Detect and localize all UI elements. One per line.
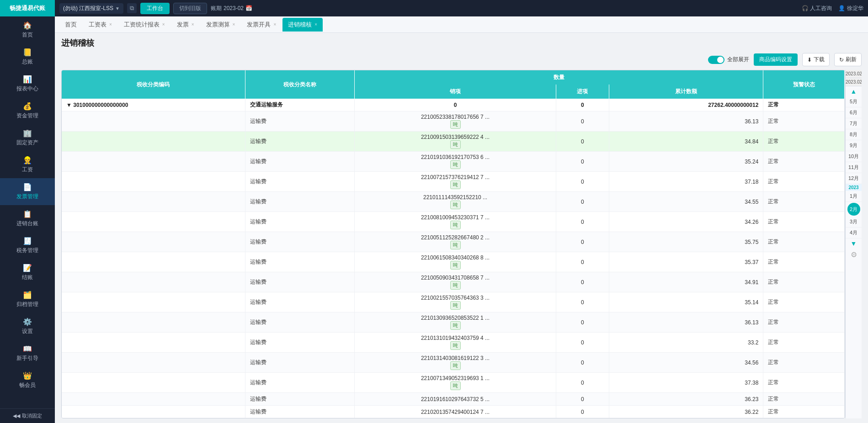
sidebar-item-tax[interactable]: 🧾 税务管理 [0,232,55,259]
content-area: 进销稽核 全部展开 商品编码设置 ⬇ 下载 ↻ 刷新 [55,33,868,423]
tab-close-icon[interactable]: × [314,22,317,27]
user-menu[interactable]: 👤 徐淀华 [838,5,863,12]
cell-code [62,111,245,132]
sidebar-item-invoice[interactable]: 📄 发票管理 [0,178,55,205]
cell-cumulative: 36.13 [609,111,763,132]
table-row: ▼ 301000000000000000 交通运输服务 0 0 27262.40… [62,99,845,111]
tab-home-label: 首页 [65,21,77,29]
company-selector[interactable]: (勿动) 江西报室-LSS ▼ [59,3,123,14]
download-button[interactable]: ⬇ 下载 [802,53,830,66]
topbar: (勿动) 江西报室-LSS ▼ ⧉ 工作台 切到旧版 账期 2023-02 📅 … [55,0,868,16]
calendar-month-12[interactable]: 12月 [846,173,862,184]
period-display: 账期 2023-02 📅 [211,5,252,12]
sidebar-item-assets[interactable]: 🏢 固定资产 [0,124,55,151]
calendar-year-label: 2023 [846,184,862,191]
topbar-right: 🎧 人工咨询 👤 徐淀华 [802,5,863,12]
sidebar-label-closing: 结账 [22,274,33,281]
period-value: 2023-02 [224,5,244,11]
support-label: 人工咨询 [810,5,832,11]
calendar-month-5[interactable]: 5月 [846,96,862,107]
cell-tax-id: 2210091503139659222 4 ...吨 [355,132,556,152]
tab-home[interactable]: 首页 [59,18,82,32]
col-sale: 销项 [355,85,556,99]
cell-sale: 0 [556,132,609,152]
calendar-down-arrow[interactable]: ▼ [849,238,858,249]
calendar-month-9[interactable]: 9月 [846,140,862,151]
tab-sales-audit-label: 进销稽核 [288,21,312,29]
tab-invoice-issue[interactable]: 发票开具 × [241,18,282,32]
tab-close-icon[interactable]: × [109,22,112,27]
settings-icon: ⚙️ [23,317,32,326]
sidebar-label-invoice: 发票管理 [16,193,38,201]
refresh-button[interactable]: ↻ 刷新 [834,53,862,66]
sidebar-bottom: ◀◀ 取消固定 [0,408,55,423]
cell-name: 运输费 [245,132,354,152]
home-icon: 🏠 [23,21,32,30]
unpin-label: 取消固定 [22,412,42,419]
calendar-up-arrow[interactable]: ▲ [849,86,858,96]
calendar-settings-icon[interactable]: ⚙ [851,250,857,259]
calendar-month-1[interactable]: 1月 [846,191,862,202]
sidebar-label-sales-ledger: 进销台账 [16,220,38,227]
data-table-wrap: 税收分类编码 税收分类名称 数量 预警状态 销项 进项 累计数额 [61,70,845,418]
tab-payroll-sheet[interactable]: 工资表 × [83,18,117,32]
sidebar-item-sales-ledger[interactable]: 📋 进销台账 [0,205,55,232]
switch-old-button[interactable]: 切到旧版 [173,3,207,14]
sidebar-item-finance[interactable]: 💰 资金管理 [0,97,55,124]
support-button[interactable]: 🎧 人工咨询 [802,5,832,12]
sidebar-item-member[interactable]: 👑 畅会员 [0,367,55,394]
tab-close-icon[interactable]: × [273,22,276,27]
cell-sale: 0 [556,111,609,132]
unpin-button[interactable]: ◀◀ 取消固定 [0,409,55,423]
sidebar-item-home[interactable]: 🏠 首页 [0,16,55,43]
calendar-icon[interactable]: 📅 [245,5,252,11]
chevron-down-icon: ▼ [115,6,120,11]
cell-name: 运输费 [245,111,354,132]
sidebar-label-payroll: 工资 [22,166,33,174]
workbench-button[interactable]: 工作台 [140,3,170,14]
tab-close-icon[interactable]: × [162,22,165,27]
calendar-month-7[interactable]: 7月 [846,118,862,129]
tab-invoice-calc[interactable]: 发票测算 × [201,18,241,32]
expand-toggle[interactable] [708,56,724,64]
tab-invoice-calc-label: 发票测算 [206,21,230,29]
main-area: (勿动) 江西报室-LSS ▼ ⧉ 工作台 切到旧版 账期 2023-02 📅 … [55,0,868,423]
calendar-month-8[interactable]: 8月 [846,129,862,140]
sidebar-item-ledger[interactable]: 📒 总账 [0,43,55,70]
calendar-month-3[interactable]: 3月 [846,217,862,227]
sidebar-item-guide[interactable]: 📖 新手引导 [0,340,55,367]
calendar-month-4[interactable]: 4月 [846,227,862,238]
calendar-year-2023-top: 2023.02 [846,70,862,78]
tab-sales-audit[interactable]: 进销稽核 × [282,18,323,32]
user-avatar-icon: 👤 [838,5,845,11]
sidebar-item-settings[interactable]: ⚙️ 设置 [0,313,55,340]
col-quantity-group: 数量 [355,70,763,85]
sidebar-item-closing[interactable]: 📝 结账 [0,259,55,286]
tab-payroll-stats[interactable]: 工资统计报表 × [118,18,170,32]
guide-icon: 📖 [23,344,32,353]
table-row: 运输费 2210091503139659222 4 ...吨 0 34.84 正… [62,132,845,152]
archive-icon: 🗂️ [23,291,32,299]
payroll-icon: 👷 [23,156,32,164]
calendar-month-6[interactable]: 6月 [846,107,862,118]
tab-close-icon[interactable]: × [233,22,235,27]
tab-invoice[interactable]: 发票 × [171,18,200,32]
copy-button[interactable]: ⧉ [127,3,137,13]
expand-toggle-wrap: 全部展开 [708,56,749,64]
sidebar-item-reports[interactable]: 📊 报表中心 [0,70,55,97]
tab-close-icon[interactable]: × [192,22,194,27]
sidebar-label-settings: 设置 [22,328,33,335]
calendar-month-2-active[interactable]: 2月 [847,203,860,216]
data-table: 税收分类编码 税收分类名称 数量 预警状态 销项 进项 累计数额 [62,70,845,418]
tab-payroll-sheet-label: 工资表 [89,21,107,29]
sales-ledger-icon: 📋 [23,210,32,218]
calendar-month-11[interactable]: 11月 [846,162,862,173]
table-row: 运输费 2210050903431708658 7 ...吨 034.91正常 [62,272,845,292]
tax-icon: 🧾 [23,237,32,245]
sidebar-item-archive[interactable]: 🗂️ 归档管理 [0,286,55,313]
sidebar-item-payroll[interactable]: 👷 工资 [0,151,55,178]
product-code-settings-button[interactable]: 商品编码设置 [754,53,798,66]
table-row: 运输费 2210131019432403759 4 ...吨 033.2正常 [62,333,845,353]
user-name: 徐淀华 [847,5,863,12]
calendar-month-10[interactable]: 10月 [846,151,862,162]
